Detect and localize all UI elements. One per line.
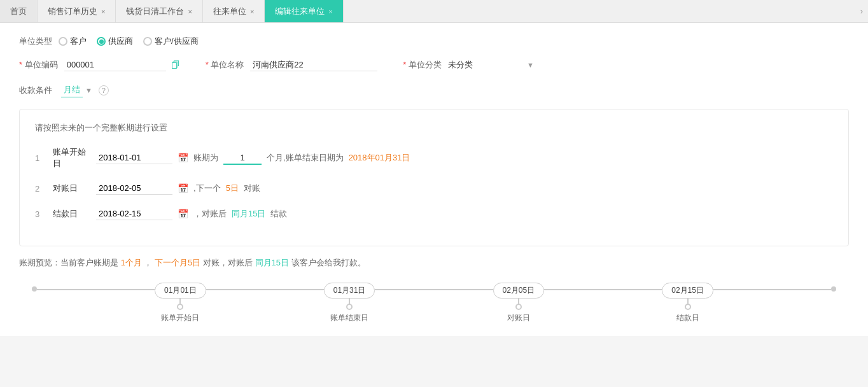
- tl-label-2: 账单结束日: [330, 313, 368, 323]
- start-date-calendar-icon[interactable]: 📅: [178, 153, 188, 163]
- period-input[interactable]: [223, 151, 262, 165]
- row2-highlight: 5日: [226, 183, 239, 194]
- radio-circle-supplier: [97, 37, 106, 46]
- unit-category-value: 未分类: [448, 59, 524, 71]
- tab-close-cashier[interactable]: ×: [188, 8, 192, 15]
- tab-cashier[interactable]: 钱货日清工作台 ×: [116, 0, 202, 22]
- preview-suffix: 该客户会给我打款。: [291, 258, 366, 267]
- unit-code-input[interactable]: [64, 59, 166, 71]
- tab-close-sales-history[interactable]: ×: [101, 8, 105, 15]
- row-type-1: 账单开始日: [53, 146, 91, 169]
- timeline: 01月01日 账单开始日 01月31日 账单结束日 02月05日 对账日: [19, 283, 849, 323]
- tl-line-4: [544, 289, 662, 290]
- row1-suffix-after: 个月,账单结束日期为: [267, 152, 344, 164]
- tl-date-1: 01月01日: [155, 283, 206, 299]
- tl-vert-1: [179, 299, 181, 304]
- row3-prefix: ，对账后: [193, 208, 227, 220]
- row-num-2: 2: [35, 184, 48, 194]
- unit-type-row: 单位类型 客户 供应商 客户/供应商: [19, 36, 849, 47]
- payment-date-calendar-icon[interactable]: 📅: [178, 209, 188, 219]
- tl-circle-2: [346, 304, 353, 310]
- timeline-node-2: 01月31日 账单结束日: [324, 283, 375, 323]
- tab-edit-partner[interactable]: 编辑往来单位 ×: [265, 0, 343, 22]
- unit-name-label: 单位名称: [206, 59, 244, 71]
- row-type-3: 结款日: [53, 208, 91, 220]
- tab-partner[interactable]: 往来单位 ×: [203, 0, 265, 22]
- unit-code-group: 🗍: [64, 59, 180, 71]
- row-num-3: 3: [35, 209, 48, 219]
- payment-terms-select[interactable]: 月结 ▼: [61, 83, 92, 97]
- preview-section: 账期预览：当前客户账期是 1个月 ， 下一个月5日 对账，对账后 同月15日 该…: [19, 257, 849, 270]
- unit-name-input[interactable]: [250, 59, 377, 71]
- timeline-segment-5: [713, 283, 831, 290]
- unit-type-label: 单位类型: [19, 36, 52, 47]
- unit-category-label: 单位分类: [403, 59, 442, 71]
- payment-terms-dropdown-icon[interactable]: ▼: [85, 87, 92, 94]
- tab-bar: 首页 销售订单历史 × 钱货日清工作台 × 往来单位 × 编辑往来单位 × ›: [0, 0, 868, 23]
- tl-vert-2: [349, 299, 350, 304]
- preview-middle2: 对账，对账后: [203, 258, 253, 267]
- payment-terms-row: 收款条件 月结 ▼ ?: [19, 83, 849, 97]
- timeline-node-3: 02月05日 对账日: [493, 283, 545, 323]
- tl-date-2: 01月31日: [324, 283, 375, 299]
- radio-both[interactable]: 客户/供应商: [143, 36, 199, 47]
- settlement-title: 请按照未来的一个完整帐期进行设置: [35, 122, 833, 134]
- settlement-row-1: 1 账单开始日 📅 账期为 个月,账单结束日期为 2018年01月31日: [35, 146, 833, 169]
- row3-suffix: 结款: [270, 208, 287, 220]
- radio-supplier[interactable]: 供应商: [97, 36, 133, 47]
- radio-circle-both: [143, 37, 152, 46]
- tl-circle-1: [177, 304, 183, 310]
- start-date-input[interactable]: [96, 151, 172, 164]
- tl-line-5: [713, 289, 831, 290]
- unit-type-radio-group: 客户 供应商 客户/供应商: [59, 36, 199, 47]
- tab-close-partner[interactable]: ×: [250, 8, 254, 15]
- payment-terms-value: 月结: [61, 83, 83, 97]
- timeline-segment-3: [375, 283, 493, 290]
- preview-part1: 1个月: [121, 258, 142, 267]
- payment-date-input[interactable]: [96, 208, 172, 220]
- row1-end-date: 2018年01月31日: [349, 152, 410, 164]
- timeline-segment-4: [544, 283, 662, 290]
- preview-middle1: ，: [144, 258, 152, 267]
- radio-customer[interactable]: 客户: [59, 36, 87, 47]
- tl-circle-4: [685, 304, 691, 310]
- row-num-1: 1: [35, 153, 48, 163]
- unit-info-row: 单位编码 🗍 单位名称 单位分类 未分类 ▼: [19, 59, 849, 71]
- reconcile-date-calendar-icon[interactable]: 📅: [178, 183, 188, 194]
- tab-home[interactable]: 首页: [0, 0, 38, 22]
- tl-label-1: 账单开始日: [161, 313, 199, 323]
- unit-category-select[interactable]: 未分类 ▼: [448, 59, 534, 71]
- preview-part2: 下一个月5日: [155, 258, 200, 267]
- row3-highlight: 同月15日: [232, 208, 265, 220]
- preview-part3: 同月15日: [255, 258, 289, 267]
- unit-code-icon[interactable]: 🗍: [171, 60, 180, 70]
- unit-category-dropdown-icon[interactable]: ▼: [527, 61, 534, 69]
- tl-circle-3: [515, 304, 522, 310]
- timeline-segment-2: [206, 283, 324, 290]
- timeline-segment-1: [37, 283, 155, 290]
- tab-more-arrow[interactable]: ›: [855, 0, 868, 22]
- tl-label-4: 结款日: [676, 313, 699, 323]
- reconcile-date-input[interactable]: [96, 182, 172, 195]
- radio-circle-customer: [59, 37, 67, 46]
- tab-sales-history[interactable]: 销售订单历史 ×: [38, 0, 116, 22]
- timeline-node-4: 02月15日 结款日: [662, 283, 713, 323]
- timeline-node-1: 01月01日 账单开始日: [155, 283, 206, 323]
- tl-vert-4: [687, 299, 689, 304]
- settlement-row-2: 2 对账日 📅 ,下一个 5日 对账: [35, 182, 833, 195]
- tl-date-3: 02月05日: [493, 283, 545, 299]
- payment-terms-label: 收款条件: [19, 85, 52, 96]
- preview-prefix: 账期预览：当前客户账期是: [19, 258, 118, 267]
- settlement-row-3: 3 结款日 📅 ，对账后 同月15日 结款: [35, 208, 833, 220]
- tl-line-2: [206, 289, 324, 290]
- unit-code-label: 单位编码: [19, 59, 58, 71]
- tl-vert-3: [518, 299, 519, 304]
- tl-date-4: 02月15日: [662, 283, 713, 299]
- timeline-dot-start: [32, 286, 37, 292]
- payment-terms-help-icon[interactable]: ?: [99, 85, 109, 95]
- row2-suffix: 对账: [244, 183, 260, 194]
- tab-close-edit-partner[interactable]: ×: [328, 8, 332, 15]
- main-content: 单位类型 客户 供应商 客户/供应商 单位编码 🗍 单位名称 单位分类: [0, 23, 868, 336]
- tl-line-3: [375, 289, 493, 290]
- timeline-dot-end: [831, 286, 836, 292]
